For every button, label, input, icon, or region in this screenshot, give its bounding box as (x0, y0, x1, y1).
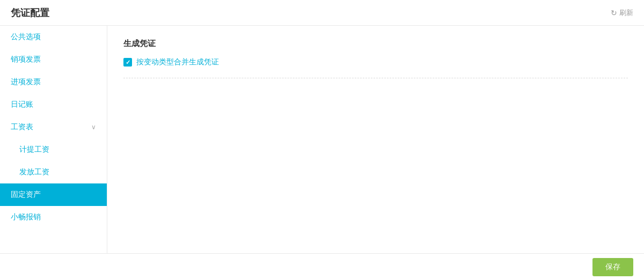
save-button[interactable]: 保存 (592, 258, 633, 276)
generate-voucher-option: ✓ 按变动类型合并生成凭证 (123, 57, 628, 67)
sidebar-item-journal[interactable]: 日记账 (0, 93, 107, 116)
page-title: 凭证配置 (11, 6, 49, 19)
sidebar-item-purchase-invoice[interactable]: 进项发票 (0, 71, 107, 93)
sidebar-item-label: 日记账 (11, 100, 33, 109)
sidebar-item-sales-invoice[interactable]: 销项发票 (0, 48, 107, 71)
sidebar-item-label: 固定资产 (11, 190, 41, 200)
main-area: 公共选项 销项发票 进项发票 日记账 工资表 ∨ 计提工资 发放工资 固定资 (0, 26, 644, 253)
sidebar-item-label: 计提工资 (19, 145, 49, 154)
sidebar: 公共选项 销项发票 进项发票 日记账 工资表 ∨ 计提工资 发放工资 固定资 (0, 26, 107, 253)
section-title: 生成凭证 (123, 39, 628, 49)
sidebar-item-label: 销项发票 (11, 55, 41, 64)
refresh-button[interactable]: ↻ 刷新 (611, 8, 633, 18)
sidebar-item-public-options[interactable]: 公共选项 (0, 26, 107, 48)
refresh-icon: ↻ (611, 9, 617, 17)
merge-by-type-label: 按变动类型合并生成凭证 (136, 57, 219, 67)
sidebar-item-fixed-assets[interactable]: 固定资产 (0, 183, 107, 206)
section-divider (123, 78, 628, 78)
checkmark-icon: ✓ (126, 59, 130, 66)
sidebar-item-label: 公共选项 (11, 32, 41, 42)
sidebar-item-payroll[interactable]: 工资表 ∨ (0, 116, 107, 138)
page-wrapper: 凭证配置 ↻ 刷新 公共选项 销项发票 进项发票 日记账 工资表 ∨ (0, 0, 644, 280)
sidebar-item-label: 工资表 (11, 122, 33, 132)
merge-by-type-checkbox[interactable]: ✓ (123, 58, 132, 67)
sidebar-item-pay-salary[interactable]: 发放工资 (0, 161, 107, 183)
sidebar-item-label: 进项发票 (11, 77, 41, 87)
sidebar-item-label: 小畅报销 (11, 212, 41, 222)
content-area: 生成凭证 ✓ 按变动类型合并生成凭证 (107, 26, 644, 253)
refresh-label: 刷新 (619, 8, 633, 18)
sidebar-item-expense[interactable]: 小畅报销 (0, 206, 107, 229)
chevron-down-icon: ∨ (91, 123, 96, 131)
header: 凭证配置 ↻ 刷新 (0, 0, 644, 26)
sidebar-item-calc-salary[interactable]: 计提工资 (0, 138, 107, 161)
sidebar-item-label: 发放工资 (19, 167, 49, 177)
footer: 保存 (0, 253, 644, 280)
